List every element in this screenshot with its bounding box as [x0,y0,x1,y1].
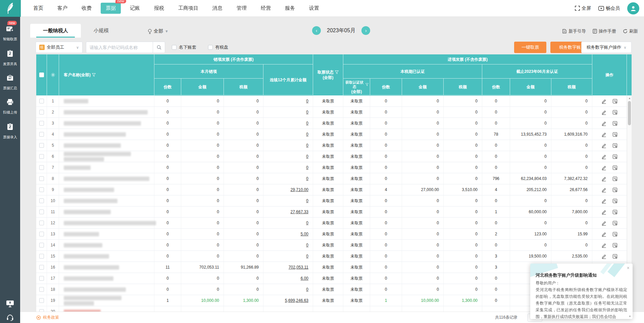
customer-name-redacted[interactable] [59,184,154,195]
filter-funnel-icon[interactable] [335,71,339,74]
edit-icon[interactable] [601,143,606,148]
row-checkbox[interactable] [39,121,44,126]
tab-1[interactable]: 一般纳税人 [30,24,81,38]
sidebar-item-3[interactable]: 票据汇总 [0,75,20,91]
nav-item-10[interactable]: 经营 [256,3,276,14]
header-sales-count[interactable]: 份数 [154,79,181,95]
customer-name-redacted[interactable] [59,218,154,228]
edit-icon[interactable] [601,132,606,137]
edit-icon[interactable] [601,232,606,237]
edit-icon[interactable] [601,210,606,215]
cumulative-amount-link[interactable]: 702,053.11 [289,265,308,270]
nav-item-8[interactable]: 消息 [207,3,228,14]
fullscreen-button[interactable]: 全屏 [575,5,591,11]
cumulative-amount-link[interactable]: 0 [306,99,308,103]
row-checkbox[interactable] [39,287,44,292]
header-cert-count[interactable]: 份数 [370,79,402,95]
search-button[interactable] [153,42,165,53]
row-checkbox[interactable] [39,187,44,192]
customer-name-redacted[interactable] [59,240,154,250]
edit-icon[interactable] [601,221,606,226]
header-cert-tax[interactable]: 税额 [444,79,482,95]
cumulative-amount-link[interactable]: 5.00 [301,232,308,236]
cumulative-amount-link[interactable]: 0 [306,176,308,181]
row-checkbox[interactable] [39,99,44,103]
sidebar-item-1[interactable]: new智能取票 [0,26,20,42]
view-invoice-icon[interactable] [612,132,617,137]
view-invoice-icon[interactable] [612,176,617,181]
cumulative-amount-link[interactable]: 0 [306,243,308,247]
view-invoice-icon[interactable] [612,198,617,203]
header-sales-amount[interactable]: 金额 [181,79,224,95]
row-checkbox[interactable] [39,210,44,214]
header-ticket-status[interactable]: 取票状态 (全部) [313,54,343,96]
cumulative-amount-link[interactable]: 29,710.00 [291,187,308,192]
view-invoice-icon[interactable] [612,99,617,104]
customer-search-input[interactable] [86,45,153,50]
customer-name-redacted[interactable] [59,284,154,295]
row-checkbox[interactable] [39,221,44,225]
tab-2[interactable]: 小规模 [81,24,121,38]
nav-item-7[interactable]: 工商项目 [173,3,203,14]
row-checkbox[interactable] [39,198,44,203]
one-click-fetch-button[interactable]: 一键取票 [514,42,546,53]
row-checkbox[interactable] [39,232,44,236]
select-all-checkbox[interactable] [39,73,44,77]
nav-item-5[interactable]: 记账 [125,3,145,14]
customer-name-redacted[interactable] [59,162,154,173]
filter-funnel-icon[interactable] [365,83,368,86]
row-checkbox[interactable] [39,265,44,270]
nav-item-9[interactable]: 管理 [232,3,252,14]
view-invoice-icon[interactable] [612,210,617,215]
view-invoice-icon[interactable] [612,187,617,192]
view-invoice-icon[interactable] [612,243,617,248]
refresh-link[interactable]: 刷新 [623,28,638,34]
header-cumulative[interactable]: 连续12个月累计金额 [263,64,313,95]
customer-name-redacted[interactable] [59,195,154,206]
scroll-up-icon[interactable]: ▲ [627,96,632,100]
tax-policy-link[interactable]: 税务政策 [36,315,59,320]
edit-icon[interactable] [601,187,606,192]
row-checkbox[interactable] [39,309,44,312]
cumulative-amount-link[interactable]: 5,699,246.63 [285,298,308,303]
cumulative-amount-link[interactable]: 0 [306,287,308,292]
customer-name-redacted[interactable] [59,151,154,162]
guide-link[interactable]: 新手引导 [562,28,586,34]
row-checkbox[interactable] [39,276,44,281]
edit-icon[interactable] [601,154,606,159]
row-checkbox[interactable] [39,298,44,303]
user-avatar[interactable] [627,2,639,14]
row-checkbox[interactable] [39,165,44,170]
edit-icon[interactable] [601,243,606,248]
nav-item-6[interactable]: 报税 [149,3,169,14]
customer-name-redacted[interactable] [59,306,154,312]
customer-name-redacted[interactable] [59,295,154,306]
cumulative-amount-link[interactable]: 0 [306,121,308,126]
popup-scroll-down-icon[interactable]: ▼ [629,315,631,318]
view-invoice-icon[interactable] [612,121,617,126]
view-invoice-icon[interactable] [612,110,617,115]
view-invoice-icon[interactable] [612,232,617,237]
edit-icon[interactable] [601,121,606,126]
cumulative-amount-link[interactable]: 6.00 [301,276,308,281]
customer-name-redacted[interactable] [59,229,154,239]
edit-icon[interactable] [601,99,606,104]
row-checkbox[interactable] [39,176,44,181]
customer-name-redacted[interactable] [59,107,154,118]
header-cert-status[interactable]: 获取认证状态 (全部) [343,79,370,95]
customer-name-redacted[interactable] [59,273,154,284]
tax-account-ops-dropdown[interactable]: 税务数字账户操作 ∨ [581,42,632,53]
sidebar-item-5[interactable]: 票据录入 [0,123,20,140]
edit-icon[interactable] [601,176,606,181]
row-checkbox[interactable] [39,143,44,148]
member-button[interactable]: 畅会员 [598,5,620,11]
row-checkbox[interactable] [39,243,44,247]
row-checkbox[interactable] [39,110,44,114]
row-checkbox[interactable] [39,254,44,259]
filter-funnel-icon[interactable] [92,73,96,77]
row-checkbox[interactable] [39,154,44,159]
header-customer-name[interactable]: 客户名称(全部) [59,54,154,96]
edit-icon[interactable] [601,165,606,170]
nav-item-12[interactable]: 设置 [304,3,324,14]
monitor-download-icon[interactable] [6,300,14,308]
